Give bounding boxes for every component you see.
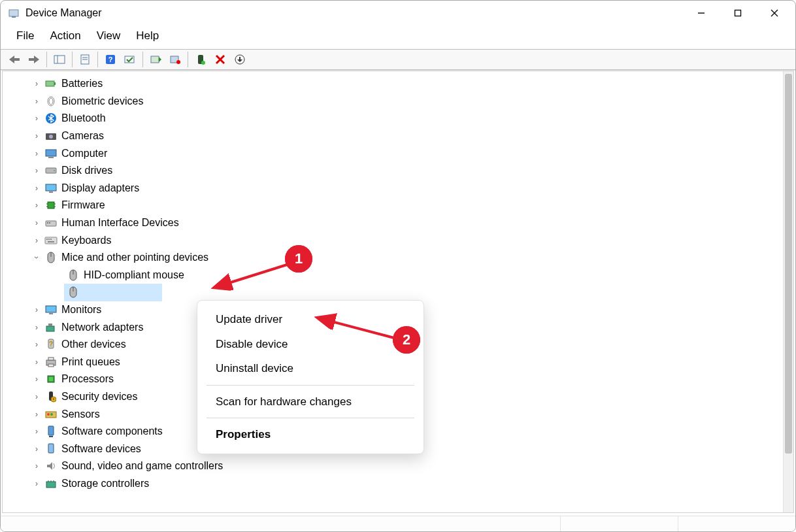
tree-label: Firmware: [60, 199, 105, 211]
window-title: Device Manager: [25, 7, 102, 19]
enable-device-button[interactable]: [191, 51, 210, 68]
tree-label: Cameras: [60, 130, 104, 142]
scrollbar-thumb[interactable]: [785, 74, 792, 454]
chevron-right-icon: ›: [31, 79, 42, 88]
tree-label: Monitors: [60, 304, 101, 316]
ctx-separator: [207, 385, 414, 386]
fingerprint-icon: [44, 95, 58, 108]
tree-label: Processors: [60, 373, 114, 385]
tree-label: Security devices: [60, 391, 138, 403]
ctx-separator: [207, 418, 414, 418]
tree-category-sound[interactable]: › Sound, video and game controllers: [3, 457, 793, 475]
software-comp-icon: [44, 425, 58, 438]
bluetooth-icon: [44, 112, 58, 125]
svg-rect-33: [46, 150, 56, 156]
chevron-down-icon: ›: [32, 252, 41, 263]
svg-rect-79: [46, 482, 56, 488]
add-legacy-hardware-button[interactable]: [231, 51, 249, 68]
tree-label: Network adapters: [60, 322, 143, 333]
svg-rect-47: [45, 237, 57, 244]
tree-label: Print queues: [60, 356, 120, 368]
chevron-right-icon: ›: [31, 166, 42, 175]
tree-label: Display adapters: [60, 182, 139, 194]
svg-rect-38: [49, 191, 53, 193]
chevron-right-icon: ›: [31, 114, 42, 123]
tree-category-firmware[interactable]: › Firmware: [3, 197, 793, 214]
tree-category-mice[interactable]: › Mice and other pointing devices: [3, 249, 793, 267]
vertical-scrollbar[interactable]: [783, 71, 793, 512]
svg-rect-68: [49, 377, 53, 381]
chevron-right-icon: ›: [31, 357, 42, 367]
ctx-uninstall-device[interactable]: Uninstall device: [197, 356, 423, 381]
keyboard-icon: [44, 234, 58, 247]
svg-rect-51: [48, 241, 54, 242]
svg-rect-76: [49, 436, 53, 437]
svg-rect-59: [49, 313, 53, 314]
menu-action[interactable]: Action: [43, 28, 87, 44]
chevron-right-icon: ›: [31, 374, 42, 384]
svg-rect-27: [54, 82, 56, 85]
titlebar: Device Manager: [1, 1, 795, 25]
tree-device-hid-mouse[interactable]: HID-compliant mouse: [3, 267, 793, 284]
chevron-right-icon: ›: [31, 149, 42, 158]
tree-category-biometric[interactable]: › Biometric devices: [3, 93, 793, 110]
tree-label: Batteries: [60, 78, 103, 90]
tree-category-hid[interactable]: › Human Interface Devices: [3, 214, 793, 232]
monitor-icon: [44, 303, 58, 316]
chevron-right-icon: ›: [31, 427, 42, 436]
update-driver-button[interactable]: [146, 51, 165, 68]
scan-hardware-button[interactable]: [121, 51, 139, 68]
svg-point-19: [176, 60, 180, 64]
tree-label: Computer: [60, 148, 107, 159]
ctx-scan-hardware[interactable]: Scan for hardware changes: [197, 390, 423, 414]
tree-label: Mice and other pointing devices: [60, 252, 208, 263]
tree-category-keyboards[interactable]: › Keyboards: [3, 231, 793, 249]
tree-category-cameras[interactable]: › Cameras: [3, 127, 793, 145]
tree-label: Sensors: [60, 408, 100, 420]
svg-rect-39: [48, 202, 54, 208]
tree-category-bluetooth[interactable]: › Bluetooth: [3, 110, 793, 127]
tree-category-disk-drives[interactable]: › Disk drives: [3, 162, 793, 180]
properties-button[interactable]: [76, 51, 94, 68]
svg-rect-45: [47, 222, 48, 224]
mouse-icon: [44, 251, 58, 264]
chevron-right-icon: ›: [31, 392, 42, 401]
svg-marker-7: [29, 56, 39, 63]
svg-rect-61: [48, 324, 52, 326]
svg-rect-71: [53, 398, 54, 400]
svg-marker-17: [159, 57, 161, 62]
tree-category-display-adapters[interactable]: › Display adapters: [3, 180, 793, 197]
computer-icon: [44, 147, 58, 160]
chevron-right-icon: ›: [31, 97, 42, 106]
menu-view[interactable]: View: [90, 28, 127, 44]
annotation-arrow-1: [210, 262, 295, 295]
sound-icon: [44, 459, 58, 473]
help-button[interactable]: ?: [101, 51, 120, 68]
tree-label: Biometric devices: [60, 95, 143, 107]
tree-category-storage-controllers[interactable]: › Storage controllers: [3, 475, 793, 493]
svg-rect-46: [49, 222, 50, 224]
show-hide-console-tree-button[interactable]: [50, 51, 69, 68]
svg-rect-37: [46, 184, 56, 191]
printer-icon: [44, 356, 58, 369]
back-button[interactable]: [5, 51, 24, 68]
menu-file[interactable]: File: [10, 28, 41, 44]
ctx-properties[interactable]: Properties: [197, 422, 423, 447]
disable-device-button[interactable]: [166, 51, 184, 68]
svg-rect-0: [9, 10, 18, 16]
tree-category-computer[interactable]: › Computer: [3, 144, 793, 162]
menu-help[interactable]: Help: [129, 28, 165, 44]
uninstall-device-button[interactable]: [211, 51, 229, 68]
battery-icon: [44, 77, 58, 90]
maximize-button[interactable]: [720, 1, 756, 25]
tree-label: Sound, video and game controllers: [60, 460, 223, 472]
tree-category-batteries[interactable]: › Batteries: [3, 75, 793, 93]
minimize-button[interactable]: [683, 1, 720, 25]
svg-text:?: ?: [49, 341, 53, 348]
close-button[interactable]: [756, 1, 793, 25]
forward-button[interactable]: [25, 51, 43, 68]
chevron-right-icon: ›: [31, 305, 42, 314]
svg-rect-26: [46, 81, 54, 86]
tree-device-selected-mouse[interactable]: [3, 284, 793, 301]
svg-marker-25: [237, 57, 242, 62]
